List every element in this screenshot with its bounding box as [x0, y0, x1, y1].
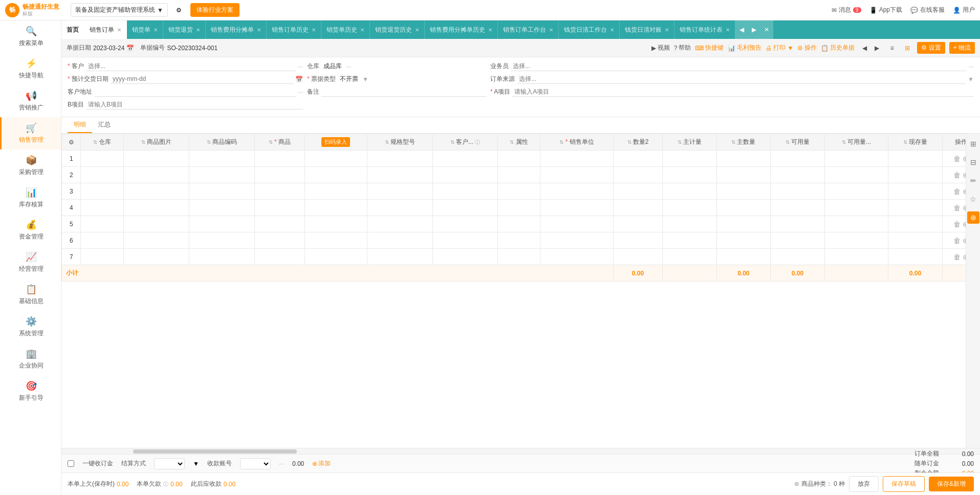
tab-expense-history[interactable]: 销售费用分摊单历史 ✕: [425, 20, 498, 39]
history-btn[interactable]: 📋 历史单据: [821, 44, 855, 52]
table-row: 3 🗑 ⊕: [62, 183, 980, 200]
user-btn[interactable]: 👤 用户: [953, 6, 975, 14]
tab-home[interactable]: 首页: [61, 20, 84, 39]
discard-button[interactable]: 放弃: [849, 476, 879, 492]
tab-sales-order[interactable]: 销售订单 ✕: [84, 20, 127, 39]
sidebar-item-inventory[interactable]: 📊库存核算: [0, 182, 61, 214]
delivery-calendar-icon[interactable]: 📅: [295, 76, 303, 83]
delete-icon[interactable]: 🗑: [953, 220, 961, 228]
tab-sales-return[interactable]: 销货退货 ✕: [163, 20, 206, 39]
tab-sales-invoice[interactable]: 销货单 ✕: [127, 20, 163, 39]
one-click-checkbox[interactable]: [68, 460, 74, 467]
tab-cashflow-reconcile[interactable]: 钱货日清对账 ✕: [620, 20, 674, 39]
list-view-icon[interactable]: ≡: [886, 42, 898, 54]
payment-select[interactable]: [154, 458, 185, 469]
sidebar-item-purchase[interactable]: 📦采购管理: [0, 149, 61, 182]
delete-icon[interactable]: 🗑: [953, 187, 961, 196]
prev-balance-stat: 本单上欠(保存时) 0.00: [68, 480, 128, 488]
settings-icon[interactable]: ⚙: [172, 3, 186, 17]
sidebar-item-sales[interactable]: 🛒销售管理: [0, 117, 61, 149]
sidebar-item-guide[interactable]: 🎯新手引导: [0, 375, 61, 407]
customer-dots[interactable]: ···: [298, 63, 303, 70]
delete-icon[interactable]: 🗑: [953, 204, 961, 212]
grid-view-icon[interactable]: ⊞: [902, 42, 913, 54]
order-source-arrow[interactable]: ▼: [968, 76, 974, 83]
sidebar-item-basic[interactable]: 📋基础信息: [0, 278, 61, 311]
profit-btn[interactable]: 📊 毛利预告: [728, 44, 761, 52]
sidebar-item-operations[interactable]: 📈经营管理: [0, 246, 61, 278]
order-total-row: 订单全额 0.00: [914, 449, 974, 458]
save-new-button[interactable]: 保存&新增: [929, 477, 974, 491]
right-special-icon[interactable]: ⊛: [967, 211, 979, 224]
ops-btn[interactable]: ⚙ 操作: [797, 44, 817, 52]
tab-order-workbench[interactable]: 销售订单工作台 ✕: [498, 20, 559, 39]
online-support-btn[interactable]: 💬 在线客服: [910, 6, 945, 14]
tab-sales-stats[interactable]: 销售订单统计表 ✕: [674, 20, 735, 39]
th-settings[interactable]: ⚙: [62, 134, 81, 150]
industry-btn[interactable]: 体验行业方案: [190, 3, 239, 17]
sidebar-item-search[interactable]: 🔍搜索菜单: [0, 20, 61, 53]
address-dots[interactable]: ···: [298, 89, 303, 96]
print-btn[interactable]: 🖨 打印 ▼: [766, 44, 793, 52]
tab-sales-expense[interactable]: 销售费用分摊单 ✕: [206, 20, 267, 39]
delete-icon[interactable]: 🗑: [953, 171, 961, 179]
system-selector[interactable]: 装备及固定资产辅助管理系统 ▼: [71, 3, 168, 17]
tabs-prev-btn[interactable]: ◀: [735, 20, 748, 39]
bank-account-dots[interactable]: ···: [279, 460, 284, 467]
sidebar-item-system[interactable]: ⚙️系统管理: [0, 311, 61, 343]
sidebar-item-finance[interactable]: 💰资金管理: [0, 214, 61, 246]
staff-input[interactable]: [511, 61, 967, 71]
warehouse-dots[interactable]: ···: [346, 63, 351, 70]
address-input[interactable]: [94, 87, 296, 97]
a-project-input[interactable]: [512, 87, 974, 97]
scroll-area[interactable]: [61, 448, 980, 454]
subtotal-current-qty: 0.00: [888, 265, 943, 282]
invoice-arrow[interactable]: ▼: [362, 76, 368, 83]
tab-invoice-history[interactable]: 销货单历史 ✕: [321, 20, 370, 39]
tab-detail[interactable]: 明细: [68, 117, 92, 133]
tabs-more-btn[interactable]: ✕: [760, 20, 773, 39]
logistics-btn[interactable]: + 物流: [949, 42, 975, 54]
tab-return-history[interactable]: 销货退货历史 ✕: [370, 20, 425, 39]
message-btn[interactable]: ✉ 消息 9: [832, 6, 861, 14]
delete-icon[interactable]: 🗑: [953, 236, 961, 245]
sidebar-item-marketing[interactable]: 📢营销推广: [0, 85, 61, 117]
doc-num-value: SO-20230324-001: [167, 45, 217, 52]
footer-bar: 本单上欠(保存时) 0.00 本单欠款 ⓘ 0.00 此后应收款 0.00 ⊙ …: [61, 472, 980, 495]
tab-sales-order-history[interactable]: 销售订单历史 ✕: [267, 20, 321, 39]
th-goods: ⇅ 商品: [254, 134, 304, 150]
footer-right: ⊙ 商品种类： 0 种 放弃 保存草稿 保存&新增: [794, 476, 974, 492]
bottom-amount: 0.00: [292, 460, 304, 467]
staff-dots[interactable]: ···: [969, 63, 974, 70]
tab-summary[interactable]: 汇总: [92, 117, 117, 133]
remark-input[interactable]: [321, 87, 486, 97]
b-project-input[interactable]: [86, 100, 303, 110]
delete-icon[interactable]: 🗑: [953, 253, 961, 261]
nav-next[interactable]: ▶: [871, 42, 882, 54]
right-expand-icon[interactable]: ⊞: [967, 138, 979, 150]
tab-cashflow-workbench[interactable]: 钱货日清工作台 ✕: [559, 20, 620, 39]
right-grid-icon[interactable]: ⊟: [967, 156, 979, 168]
delivery-date-input[interactable]: [111, 74, 293, 84]
customer-input[interactable]: [86, 61, 296, 71]
th-qty2: ⇅ 数量2: [614, 134, 663, 150]
shortcut-btn[interactable]: ⌨ 快捷键: [695, 44, 724, 52]
tabs-next-btn[interactable]: ▶: [748, 20, 760, 39]
right-star-icon[interactable]: ☆: [967, 193, 979, 205]
calendar-icon[interactable]: 📅: [126, 45, 134, 52]
save-draft-button[interactable]: 保存草稿: [883, 476, 925, 492]
subtotal-avail-qty: 0.00: [771, 265, 825, 282]
view-btn[interactable]: ▶ 视频: [651, 44, 670, 52]
bank-account-select[interactable]: [240, 458, 271, 469]
scan-btn[interactable]: 扫码录入: [321, 137, 350, 147]
help-btn[interactable]: ? 帮助: [674, 44, 691, 52]
delete-icon[interactable]: 🗑: [953, 155, 961, 163]
app-download-btn[interactable]: 📱 App下载: [869, 6, 902, 14]
sidebar-item-enterprise[interactable]: 🏢企业协同: [0, 343, 61, 375]
order-source-input[interactable]: [517, 74, 966, 84]
setting-button[interactable]: ⚙ 设置: [917, 42, 945, 54]
add-payment-btn[interactable]: ⊕ 添加: [312, 459, 331, 468]
right-edit-icon[interactable]: ✏: [967, 175, 979, 187]
sidebar-item-quicknav[interactable]: ⚡快捷导航: [0, 53, 61, 85]
nav-prev[interactable]: ◀: [859, 42, 870, 54]
